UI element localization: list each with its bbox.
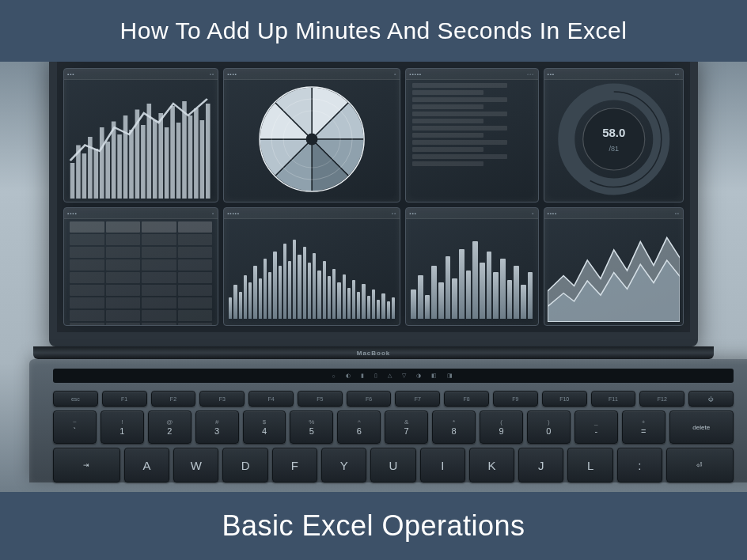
svg-rect-15 — [158, 113, 163, 199]
key-alpha: D — [222, 448, 267, 482]
panel-data-table: ▪▪▪▪▫ — [63, 207, 218, 326]
svg-rect-2 — [82, 153, 87, 199]
key-fn: F10 — [542, 391, 587, 407]
key-num: @2 — [148, 411, 191, 444]
key-num: ^6 — [337, 411, 381, 444]
header-banner: How To Add Up Minutes And Seconds In Exc… — [0, 0, 747, 62]
footer-title: Basic Excel Operations — [222, 509, 525, 543]
key-num: %5 — [290, 411, 333, 444]
panel-header: ▪▪▪▫▫ — [544, 69, 684, 80]
kbd-row-num: ~`!1@2#3$4%5^6&7*8(9)0_-+=delete — [53, 411, 734, 444]
key-alpha: : — [617, 448, 662, 482]
laptop-brand-label: MacBook — [357, 350, 391, 357]
panel-header: ▪▪▪▫▫ — [64, 69, 218, 80]
key-fn: F9 — [493, 391, 538, 407]
dashboard-grid: ▪▪▪▫▫ ▪▪▪▪▫ — [63, 68, 684, 326]
panel-histogram: ▪▪▪▪▪▫▫ — [223, 207, 400, 326]
laptop-touchbar: ○◐▮▯△▽◑◧◨ — [53, 369, 734, 383]
svg-rect-9 — [123, 115, 128, 199]
key-fn: F5 — [298, 391, 343, 407]
kbd-row-fn: esc F1F2F3F4F5F6F7F8F9F10F11F12 ⏻ — [53, 391, 734, 407]
key-fn: F2 — [151, 391, 196, 407]
panel-header: ▪▪▪▫ — [406, 208, 537, 219]
key-fn: F12 — [639, 391, 684, 407]
footer-banner: Basic Excel Operations — [0, 492, 747, 560]
key-num: &7 — [385, 411, 428, 444]
key-alpha: L — [567, 448, 612, 482]
key-alpha: K — [469, 448, 514, 482]
key-tab: ⇥ — [53, 448, 120, 482]
key-fn: F7 — [395, 391, 440, 407]
key-fn: F11 — [591, 391, 636, 407]
key-num: )0 — [527, 411, 571, 444]
key-fn: F8 — [444, 391, 489, 407]
key-fn: F6 — [347, 391, 392, 407]
key-alpha: A — [124, 448, 169, 482]
panel-radial-wheel: ▪▪▪▪▫ — [223, 68, 400, 202]
kbd-row-alpha: ⇥AWDFYUIKJL:⏎ — [53, 448, 734, 482]
panel-header: ▪▪▪▪▪▫▫ — [224, 208, 400, 219]
svg-rect-4 — [94, 149, 99, 199]
key-num: #3 — [195, 411, 239, 444]
key-alpha: J — [518, 448, 563, 482]
panel-header: ▪▪▪▪▫ — [64, 208, 218, 219]
svg-rect-16 — [165, 127, 169, 199]
key-alpha: W — [173, 448, 218, 482]
key-delete: delete — [669, 411, 734, 444]
header-title: How To Add Up Minutes And Seconds In Exc… — [120, 17, 628, 44]
gauge-chart: 58.0 /81 — [548, 80, 681, 199]
histogram-chart — [227, 219, 396, 322]
key-alpha: U — [370, 448, 415, 482]
svg-point-28 — [306, 134, 318, 146]
panel-sparse-bars: ▪▪▪▫ — [405, 207, 538, 326]
hero-stage: ▪▪▪▫▫ ▪▪▪▪▫ — [0, 62, 747, 492]
svg-rect-10 — [129, 130, 134, 199]
combo-chart — [67, 80, 214, 199]
key-num: _- — [574, 411, 618, 444]
svg-text:58.0: 58.0 — [602, 126, 625, 139]
key-esc: esc — [53, 391, 98, 407]
svg-rect-8 — [117, 134, 122, 199]
panel-header: ▪▪▪▪▫ — [224, 69, 400, 80]
settings-list — [409, 80, 534, 199]
panel-bar-line: ▪▪▪▫▫ — [63, 68, 218, 202]
svg-rect-17 — [170, 106, 175, 199]
laptop-illustration: ▪▪▪▫▫ ▪▪▪▪▫ — [29, 62, 718, 482]
laptop-deck: ○◐▮▯△▽◑◧◨ esc F1F2F3F4F5F6F7F8F9F10F11F1… — [29, 359, 747, 482]
data-table — [67, 219, 214, 326]
key-num: (9 — [480, 411, 523, 444]
key-num: ~` — [53, 411, 97, 444]
svg-rect-14 — [153, 120, 157, 199]
panel-area: ▪▪▪▪▫▫ — [544, 207, 684, 326]
panel-header: ▪▪▪▪▪◦◦◦ — [406, 69, 537, 80]
svg-rect-21 — [194, 108, 199, 199]
panel-header: ▪▪▪▪▫▫ — [544, 208, 684, 219]
panel-settings-list: ▪▪▪▪▪◦◦◦ — [405, 68, 538, 202]
area-chart — [548, 219, 681, 322]
laptop-hinge: MacBook — [33, 346, 714, 359]
key-num: $4 — [243, 411, 286, 444]
svg-text:/81: /81 — [609, 145, 619, 153]
key-alpha: I — [420, 448, 465, 482]
radial-chart — [227, 80, 396, 199]
key-num: += — [622, 411, 665, 444]
svg-rect-22 — [200, 120, 205, 199]
key-power: ⏻ — [688, 391, 734, 407]
svg-rect-19 — [182, 101, 187, 199]
key-alpha: Y — [321, 448, 366, 482]
key-alpha: F — [272, 448, 317, 482]
key-fn: F4 — [248, 391, 294, 407]
svg-rect-23 — [206, 104, 210, 199]
key-fn: F1 — [102, 391, 147, 407]
svg-rect-12 — [141, 125, 146, 199]
key-fn: F3 — [199, 391, 245, 407]
svg-rect-6 — [105, 142, 110, 199]
laptop-keyboard: esc F1F2F3F4F5F6F7F8F9F10F11F12 ⏻ ~`!1@2… — [53, 391, 734, 482]
svg-rect-5 — [100, 127, 104, 199]
sparse-bars-chart — [409, 219, 534, 322]
panel-gauge: ▪▪▪▫▫ 58.0 /81 — [544, 68, 684, 202]
svg-rect-18 — [176, 123, 181, 199]
key-num: !1 — [100, 411, 144, 444]
laptop-screen: ▪▪▪▫▫ ▪▪▪▪▫ — [49, 62, 698, 346]
svg-rect-0 — [70, 163, 75, 199]
